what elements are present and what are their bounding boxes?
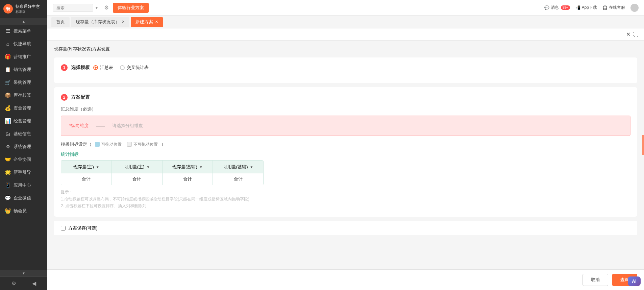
sidebar: 畅 畅康通好生意 标准版 ▲ ☰ 搜索菜单 ⌂ 快捷导航 🎁 营销推广 📋 销售… [0,0,47,290]
sidebar-item-quick-nav[interactable]: ⌂ 快捷导航 [0,38,47,50]
member-icon: 👑 [5,208,11,214]
search-chevron-icon[interactable]: ▼ [95,5,99,10]
dimension-dash: —— [96,123,105,128]
footer-buttons: 取消 查询 [47,269,644,290]
sidebar-brand: 畅康通好生意 标准版 [16,4,40,14]
step1-header: 1 选择模板 汇总表 交叉统计表 [61,64,630,71]
settings-button[interactable]: ⚙ [11,280,16,287]
enterprise-icon: 🤝 [5,156,11,163]
content-area: 现存量(库存状况表)方案设置 1 选择模板 汇总表 交叉统计表 [47,41,644,269]
wechat-icon: 💬 [5,195,11,201]
tips-section: 提示： 1.拖动标题栏可以调整布局，不可跨维度或指标区域拖动栏目字段(只能在同一… [61,189,630,209]
tab-new-plan[interactable]: 新建方案 ✕ [131,17,163,27]
step2-title: 方案配置 [71,94,90,100]
system-icon: ⚙ [5,144,11,150]
sidebar-scroll-up[interactable]: ▲ [0,18,47,25]
sidebar-item-purchase[interactable]: 🛒 采购管理 [0,76,47,89]
panel-close-icon[interactable]: ✕ [626,31,630,38]
dimension-box[interactable]: *纵向维度 —— 请选择分组维度 [61,116,630,136]
dimension-placeholder: 请选择分组维度 [112,123,143,129]
sidebar-item-system[interactable]: ⚙ 系统管理 [0,140,47,153]
stats-body-col-2: 合计 [163,173,213,185]
search-menu-icon: ☰ [5,28,11,34]
sidebar-item-inventory[interactable]: 📦 库存核算 [0,89,47,102]
col0-chevron-icon[interactable]: ▼ [96,165,99,169]
basic-icon: 🗂 [5,131,11,137]
panel-controls: ✕ ⛶ [47,28,644,41]
messages-button[interactable]: 💬 消息 99+ [544,5,570,10]
sidebar-item-enterprise[interactable]: 🤝 企业协同 [0,153,47,166]
stats-body-col-1: 合计 [112,173,163,185]
newbie-icon: 🌟 [5,169,11,175]
panel-expand-icon[interactable]: ⛶ [633,31,639,38]
tip-item-0: 1.拖动标题栏可以调整布局，不可跨维度或指标区域拖动栏目字段(只能在同一维度或指… [61,196,630,202]
stats-body-col-3: 合计 [213,173,263,185]
stats-body-col-0: 合计 [61,173,112,185]
tab-home[interactable]: 首页 [51,17,70,27]
quick-nav-icon: ⌂ [5,41,11,47]
app-download-icon: 📲 [575,5,580,10]
sidebar-item-basic[interactable]: 🗂 基础信息 [0,127,47,140]
collapse-button[interactable]: ◀ [32,280,36,287]
save-section: 方案保存(可选) [54,221,637,235]
col3-chevron-icon[interactable]: ▼ [250,165,253,169]
finance-icon: 💰 [5,105,11,111]
sidebar-logo: 畅 [3,4,13,14]
legend-draggable: 可拖动位置 [95,142,122,147]
indicator-label: 模板指标设定（ 可拖动位置 不可拖动位置 ） [61,141,630,147]
col1-chevron-icon[interactable]: ▼ [147,165,150,169]
legend-fixed: 不可拖动位置 [127,142,158,147]
tab-inventory-close-icon[interactable]: ✕ [122,20,125,24]
message-icon: 💬 [544,5,549,10]
sidebar-item-finance[interactable]: 💰 资金管理 [0,102,47,115]
sidebar-item-search-menu[interactable]: ☰ 搜索菜单 [0,25,47,38]
stats-col-header-3[interactable]: 可用量(基辅) ▼ [213,161,263,173]
headset-icon: 🎧 [602,5,608,10]
stats-label: 统计指标 [61,151,630,158]
user-avatar[interactable] [630,4,639,12]
stats-col-header-0[interactable]: 现存量(主) ▼ [61,161,112,173]
app-download-button[interactable]: 📲 App下载 [575,5,597,10]
template-radio-group: 汇总表 交叉统计表 [93,65,149,71]
tabbar: 首页 现存量（库存状况表） ✕ 新建方案 ✕ [47,16,644,28]
save-checkbox[interactable] [61,226,66,231]
resize-handle[interactable] [642,135,644,155]
sidebar-nav: ☰ 搜索菜单 ⌂ 快捷导航 🎁 营销推广 📋 销售管理 🛒 采购管理 📦 库存核… [0,25,47,270]
marketing-icon: 🎁 [5,54,11,60]
sidebar-item-marketing[interactable]: 🎁 营销推广 [0,50,47,63]
trial-industry-button[interactable]: 体验行业方案 [113,3,149,13]
tab-new-plan-close-icon[interactable]: ✕ [155,20,158,24]
inventory-icon: 📦 [5,92,11,98]
sales-icon: 📋 [5,67,11,73]
indicator-legend: 可拖动位置 不可拖动位置 [95,142,158,147]
topbar-right: 💬 消息 99+ 📲 App下载 🎧 在线客服 [544,4,639,12]
radio-cross-dot [120,65,125,70]
sidebar-item-app[interactable]: 📱 应用中心 [0,179,47,192]
sidebar-item-operation[interactable]: 📊 经营管理 [0,115,47,127]
stats-col-header-1[interactable]: 可用量(主) ▼ [112,161,163,173]
sidebar-item-member[interactable]: 👑 畅会员 [0,204,47,217]
stats-col-header-2[interactable]: 现存量(基辅) ▼ [163,161,213,173]
ai-badge[interactable]: Ai [628,276,641,286]
topbar-gear-icon[interactable]: ⚙ [104,4,109,11]
sidebar-scroll-down[interactable]: ▼ [0,270,47,276]
sidebar-item-newbie[interactable]: 🌟 新手引导 [0,166,47,179]
operation-icon: 📊 [5,118,11,124]
customer-service-button[interactable]: 🎧 在线客服 [602,5,625,10]
col2-chevron-icon[interactable]: ▼ [199,165,203,169]
tab-inventory-status[interactable]: 现存量（库存状况表） ✕ [71,17,129,27]
sidebar-item-wechat[interactable]: 💬 企业微信 [0,192,47,204]
search-input[interactable] [53,4,93,12]
radio-summary[interactable]: 汇总表 [93,65,113,71]
stats-table-body: 合计 合计 合计 合计 [61,173,263,185]
step1-title: 选择模板 [71,65,90,71]
app-icon: 📱 [5,182,11,188]
messages-badge: 99+ [561,5,570,10]
sidebar-item-sales[interactable]: 📋 销售管理 [0,63,47,76]
step1-badge: 1 [61,64,68,71]
radio-cross[interactable]: 交叉统计表 [120,65,149,71]
indicator-config: 模板指标设定（ 可拖动位置 不可拖动位置 ） [61,141,630,147]
cancel-button[interactable]: 取消 [583,274,608,286]
tips-title: 提示： [61,189,630,195]
sidebar-footer: ⚙ ◀ [0,276,47,290]
